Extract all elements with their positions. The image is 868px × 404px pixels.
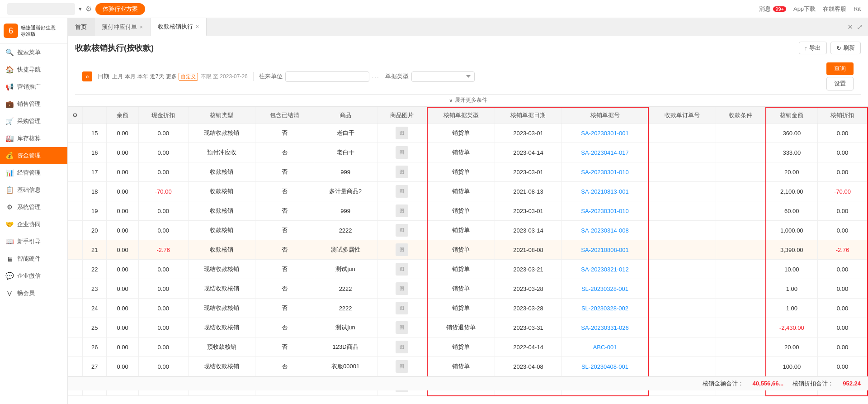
refresh-btn[interactable]: ↻ 刷新: [830, 42, 861, 54]
cell-writeoff-type: 现结收款核销: [188, 357, 255, 376]
gear-btn[interactable]: ⚙: [85, 5, 92, 13]
writeoff-no-link[interactable]: SA-20230331-026: [581, 324, 629, 331]
date-this-month[interactable]: 本月: [125, 73, 136, 81]
date-7days[interactable]: 近7天: [150, 73, 164, 81]
writeoff-no-link[interactable]: SA-20230301-001: [581, 130, 629, 137]
tab-label-prepaid: 预付冲应付单: [102, 23, 137, 31]
cell-seq: 21: [83, 240, 107, 260]
query-btn[interactable]: 查询: [826, 62, 854, 75]
sidebar-item-smart-hardware[interactable]: 🖥 智能硬件: [0, 250, 67, 267]
cell-receipt-order-no: [648, 299, 716, 318]
date-more[interactable]: 更多: [166, 73, 177, 81]
sidebar-item-search[interactable]: 🔍 搜索菜单: [0, 44, 67, 61]
tab-close-receipt-writeoff[interactable]: ×: [196, 24, 199, 30]
sidebar-item-member[interactable]: V 畅会员: [0, 285, 67, 302]
expand-more-btn[interactable]: ∨ 展开更多条件: [449, 96, 487, 104]
cell-writeoff-discount: 0.00: [817, 318, 868, 337]
writeoff-no-link[interactable]: SA-20230321-012: [581, 266, 629, 273]
cell-writeoff-date: 2023-03-01: [495, 162, 562, 182]
export-btn[interactable]: ↑ 导出: [799, 42, 827, 54]
writeoff-no-link[interactable]: SL-20230408-001: [581, 363, 628, 370]
tab-receipt-writeoff[interactable]: 收款核销执行×: [151, 18, 207, 36]
sidebar-item-system[interactable]: ⚙ 系统管理: [0, 199, 67, 216]
cell-writeoff-date: 2023-03-21: [495, 260, 562, 279]
writeoff-no-link[interactable]: SA-20230414-017: [581, 149, 629, 156]
cell-writeoff-type: 现结收款核销: [188, 318, 255, 337]
cell-writeoff-date: 2023-03-01: [495, 201, 562, 221]
cell-product: 999: [314, 162, 377, 182]
cell-writeoff-discount: 0.00: [817, 162, 868, 182]
industry-btn[interactable]: 体验行业方案: [95, 3, 145, 15]
writeoff-no-link[interactable]: SL-20230328-002: [581, 305, 628, 312]
counterparty-input[interactable]: [285, 71, 369, 82]
table-header-row: ⚙ 余额 现金折扣 核销类型 包含已结清 商品 商品图片 核销单据类型 核销单据…: [68, 107, 868, 124]
cell-product-img: 图: [377, 124, 427, 143]
cell-receipt-order-no: [648, 182, 716, 201]
cell-settings: [68, 337, 83, 357]
sidebar-item-purchase[interactable]: 🛒 采购管理: [0, 113, 67, 130]
app-download-link[interactable]: App下载: [793, 5, 816, 13]
sidebar-items: 🔍 搜索菜单 🏠 快捷导航 📢 营销推广 💼 销售管理 🛒 采购管理 🏭 库存核…: [0, 44, 67, 302]
date-prev-month[interactable]: 上月: [112, 73, 123, 81]
sidebar-item-finance[interactable]: 💰 资金管理: [0, 147, 67, 164]
sidebar-item-basic-info[interactable]: 📋 基础信息: [0, 181, 67, 199]
message-item[interactable]: 消息 99+: [759, 5, 786, 13]
cell-receipt-condition: [716, 124, 765, 143]
cell-cash-discount: 0.00: [138, 337, 188, 357]
tab-home[interactable]: 首页: [68, 18, 94, 36]
cell-product: 999: [314, 201, 377, 221]
date-options: 上月 本月 本年 近7天 更多 自定义: [112, 73, 198, 81]
sidebar-item-quick-nav[interactable]: 🏠 快捷导航: [0, 61, 67, 78]
writeoff-no-link[interactable]: SA-20230301-010: [581, 169, 629, 176]
cell-balance: 0.00: [107, 279, 139, 299]
writeoff-no-link[interactable]: SA-20230314-008: [581, 227, 629, 234]
cell-balance: 0.00: [107, 260, 139, 279]
online-service-link[interactable]: 在线客服: [823, 5, 846, 13]
maximize-icon[interactable]: ⤢: [857, 23, 863, 31]
sidebar-item-enterprise[interactable]: 🤝 企业协同: [0, 216, 67, 233]
voucher-type-select[interactable]: [411, 71, 475, 82]
sidebar-icon-quick-nav: 🏠: [5, 66, 14, 74]
dropdown-btn[interactable]: ▾: [79, 5, 82, 12]
date-custom[interactable]: 自定义: [179, 73, 198, 81]
col-header-product: 商品: [314, 107, 377, 124]
cell-settings: [68, 318, 83, 337]
cell-writeoff-amount: 1.00: [766, 279, 818, 299]
refresh-icon: ↻: [836, 45, 841, 52]
voucher-type-filter: 单据类型: [385, 71, 475, 82]
date-this-year[interactable]: 本年: [137, 73, 148, 81]
tab-prepaid[interactable]: 预付冲应付单×: [94, 18, 151, 36]
cell-receipt-order-no: [648, 221, 716, 240]
close-tab-icon[interactable]: ✕: [847, 23, 853, 31]
cell-receipt-condition: [716, 318, 765, 337]
sidebar-item-guide[interactable]: 📖 新手引导: [0, 233, 67, 250]
cell-included-settled: 否: [255, 182, 314, 201]
cell-receipt-condition: [716, 240, 765, 260]
sidebar-label-marketing: 营销推广: [17, 83, 41, 91]
sidebar-item-wechat[interactable]: 💬 企业微信: [0, 267, 67, 285]
filter-expand-btn[interactable]: »: [82, 71, 92, 81]
cell-writeoff-voucher-type: 销货单: [427, 240, 495, 260]
col-header-settings[interactable]: ⚙: [68, 107, 83, 124]
writeoff-no-link[interactable]: SA-20210813-001: [581, 188, 629, 195]
cell-writeoff-date: 2023-03-28: [495, 299, 562, 318]
sidebar-item-operations[interactable]: 📊 经营管理: [0, 164, 67, 181]
sidebar-item-inventory[interactable]: 🏭 库存核算: [0, 130, 67, 147]
tab-close-prepaid[interactable]: ×: [140, 24, 143, 30]
writeoff-no-link[interactable]: SA-20210808-001: [581, 247, 629, 253]
cell-balance: 0.00: [107, 124, 139, 143]
user-name[interactable]: Rit: [854, 5, 861, 12]
page-header: 收款核销执行(按收款) ↑ 导出 ↻ 刷新 »: [68, 36, 868, 107]
window-controls[interactable]: ✕ ⤢: [842, 23, 868, 31]
cell-receipt-order-no: [648, 260, 716, 279]
writeoff-no-link[interactable]: SL-20230328-001: [581, 285, 628, 292]
writeoff-no-link[interactable]: SA-20230301-010: [581, 208, 629, 214]
writeoff-no-link[interactable]: ABC-001: [593, 344, 617, 351]
setting-btn[interactable]: 设置: [826, 77, 854, 90]
tab-label-receipt-writeoff: 收款核销执行: [158, 23, 193, 31]
sidebar-item-sales[interactable]: 💼 销售管理: [0, 95, 67, 113]
sidebar-icon-finance: 💰: [5, 152, 14, 160]
sidebar-item-marketing[interactable]: 📢 营销推广: [0, 78, 67, 95]
col-header-included-settled: 包含已结清: [255, 107, 314, 124]
cell-writeoff-type: 收款核销: [188, 201, 255, 221]
